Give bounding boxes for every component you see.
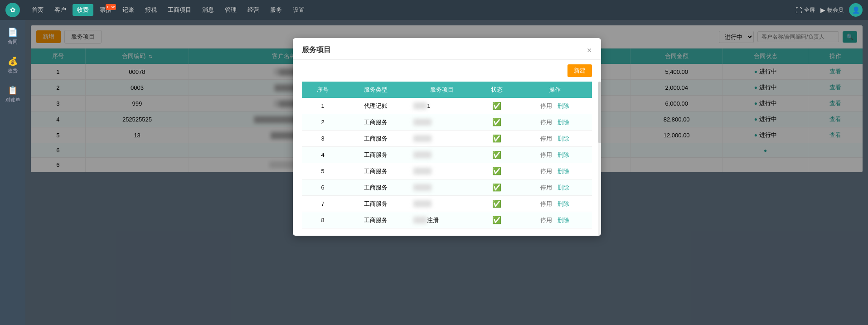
modal-cell-action[interactable]: 停用 删除 xyxy=(518,163,592,179)
modal-cell-status: ✅ xyxy=(475,131,518,147)
nav-item-tax[interactable]: 报税 xyxy=(141,4,161,16)
modal-overlay[interactable]: 服务项目 × 新建 序号 服务类型 服务项目 状态 xyxy=(25,20,868,325)
stop-button[interactable]: 停用 xyxy=(540,102,552,109)
nav-right: ⛶ 全屏 ▶ 畅会员 👤 xyxy=(795,3,863,17)
scrollbar-track xyxy=(598,82,601,236)
stop-button[interactable]: 停用 xyxy=(540,217,552,223)
modal-cell-status: ✅ xyxy=(475,212,518,228)
delete-button[interactable]: 删除 xyxy=(558,135,569,142)
modal-col-type: 服务类型 xyxy=(344,82,408,98)
main-content: 新增 服务项目 进行中 全部 已结束 🔍 序号 xyxy=(25,20,868,325)
modal-cell-action[interactable]: 停用 删除 xyxy=(518,196,592,212)
status-check-icon: ✅ xyxy=(492,102,501,110)
nav-item-message[interactable]: 消息 xyxy=(198,4,218,16)
status-check-icon: ✅ xyxy=(492,200,501,208)
nav-item-home[interactable]: 首页 xyxy=(27,4,48,16)
modal-toolbar: 新建 xyxy=(293,60,601,82)
fullscreen-btn[interactable]: ⛶ 全屏 xyxy=(795,6,815,14)
layout: 📄 合同 💰 收费 📋 对账单 新增 服务项目 进行中 全部 已结束 xyxy=(0,20,868,325)
modal-table-row: 3 工商服务 ✅ 停用 删除 xyxy=(302,131,592,147)
modal-cell-type: 工商服务 xyxy=(344,179,408,196)
delete-button[interactable]: 删除 xyxy=(558,184,569,191)
modal-table-row: 2 工商服务 ✅ 停用 删除 xyxy=(302,114,592,131)
sidebar-item-statement[interactable]: 📋 对账单 xyxy=(0,82,25,107)
delete-button[interactable]: 删除 xyxy=(558,102,569,109)
nav-item-charge[interactable]: 收费 xyxy=(73,4,93,16)
member-btn[interactable]: ▶ 畅会员 xyxy=(820,6,844,14)
status-check-icon: ✅ xyxy=(492,184,501,191)
modal-cell-action[interactable]: 停用 删除 xyxy=(518,179,592,196)
modal-cell-project: 注册 xyxy=(408,212,475,228)
delete-button[interactable]: 删除 xyxy=(558,200,569,207)
modal-cell-seq: 3 xyxy=(302,131,344,147)
modal-cell-seq: 1 xyxy=(302,98,344,114)
modal-table-row: 1 代理记账 1 ✅ 停用 删除 xyxy=(302,98,592,114)
modal-col-action: 操作 xyxy=(518,82,592,98)
stop-button[interactable]: 停用 xyxy=(540,200,552,207)
modal-cell-action[interactable]: 停用 删除 xyxy=(518,131,592,147)
delete-button[interactable]: 删除 xyxy=(558,217,569,223)
modal-close-button[interactable]: × xyxy=(587,46,592,54)
stop-button[interactable]: 停用 xyxy=(540,119,552,126)
invoice-badge: new xyxy=(106,4,116,10)
modal-cell-seq: 8 xyxy=(302,212,344,228)
sidebar-item-statement-label: 对账单 xyxy=(5,97,20,103)
status-check-icon: ✅ xyxy=(492,151,501,159)
nav-item-bookkeeping[interactable]: 记账 xyxy=(118,4,139,16)
stop-button[interactable]: 停用 xyxy=(540,168,552,175)
modal-cell-project xyxy=(408,114,475,131)
modal-cell-action[interactable]: 停用 删除 xyxy=(518,212,592,228)
statement-icon: 📋 xyxy=(8,85,18,95)
modal-cell-action[interactable]: 停用 删除 xyxy=(518,114,592,131)
modal-cell-project xyxy=(408,131,475,147)
nav-item-industry[interactable]: 工商项目 xyxy=(163,4,196,16)
sidebar-item-contract-label: 合同 xyxy=(8,39,18,45)
modal-cell-seq: 4 xyxy=(302,147,344,163)
modal-service-items: 服务项目 × 新建 序号 服务类型 服务项目 状态 xyxy=(293,38,601,236)
status-check-icon: ✅ xyxy=(492,216,501,224)
modal-header: 服务项目 × xyxy=(293,38,601,60)
modal-cell-action[interactable]: 停用 删除 xyxy=(518,147,592,163)
modal-cell-type: 工商服务 xyxy=(344,163,408,179)
nav-item-invoice[interactable]: 票据 new xyxy=(95,4,116,16)
modal-cell-type: 工商服务 xyxy=(344,114,408,131)
modal-cell-project: 1 xyxy=(408,98,475,114)
modal-table-row: 7 工商服务 ✅ 停用 删除 xyxy=(302,196,592,212)
modal-cell-type: 工商服务 xyxy=(344,131,408,147)
modal-cell-project xyxy=(408,147,475,163)
modal-cell-action[interactable]: 停用 删除 xyxy=(518,98,592,114)
modal-table-row: 4 工商服务 ✅ 停用 删除 xyxy=(302,147,592,163)
modal-new-button[interactable]: 新建 xyxy=(567,64,592,77)
modal-table-row: 8 工商服务 注册 ✅ 停用 删除 xyxy=(302,212,592,228)
modal-cell-status: ✅ xyxy=(475,196,518,212)
avatar[interactable]: 👤 xyxy=(849,3,863,17)
modal-cell-status: ✅ xyxy=(475,98,518,114)
nav-item-settings[interactable]: 设置 xyxy=(288,4,309,16)
modal-cell-project xyxy=(408,163,475,179)
modal-cell-type: 工商服务 xyxy=(344,196,408,212)
status-check-icon: ✅ xyxy=(492,135,501,142)
scrollbar-thumb[interactable] xyxy=(598,82,601,143)
stop-button[interactable]: 停用 xyxy=(540,151,552,158)
stop-button[interactable]: 停用 xyxy=(540,184,552,191)
nav-item-customer[interactable]: 客户 xyxy=(50,4,71,16)
delete-button[interactable]: 删除 xyxy=(558,119,569,126)
stop-button[interactable]: 停用 xyxy=(540,135,552,142)
modal-cell-type: 代理记账 xyxy=(344,98,408,114)
modal-table-row: 5 工商服务 ✅ 停用 删除 xyxy=(302,163,592,179)
nav-item-service[interactable]: 服务 xyxy=(266,4,286,16)
modal-col-seq: 序号 xyxy=(302,82,344,98)
nav-item-manage[interactable]: 管理 xyxy=(220,4,241,16)
modal-table: 序号 服务类型 服务项目 状态 操作 1 代理记账 1 ✅ 停用 删除 xyxy=(302,82,592,228)
modal-cell-seq: 7 xyxy=(302,196,344,212)
status-check-icon: ✅ xyxy=(492,118,501,126)
delete-button[interactable]: 删除 xyxy=(558,151,569,158)
modal-table-row: 6 工商服务 ✅ 停用 删除 xyxy=(302,179,592,196)
modal-cell-type: 工商服务 xyxy=(344,212,408,228)
sidebar-item-charge[interactable]: 💰 收费 xyxy=(0,53,25,78)
nav-logo: ✿ xyxy=(5,3,20,17)
nav-item-operation[interactable]: 经营 xyxy=(243,4,264,16)
modal-cell-seq: 5 xyxy=(302,163,344,179)
sidebar-item-contract[interactable]: 📄 合同 xyxy=(0,24,25,49)
delete-button[interactable]: 删除 xyxy=(558,168,569,175)
